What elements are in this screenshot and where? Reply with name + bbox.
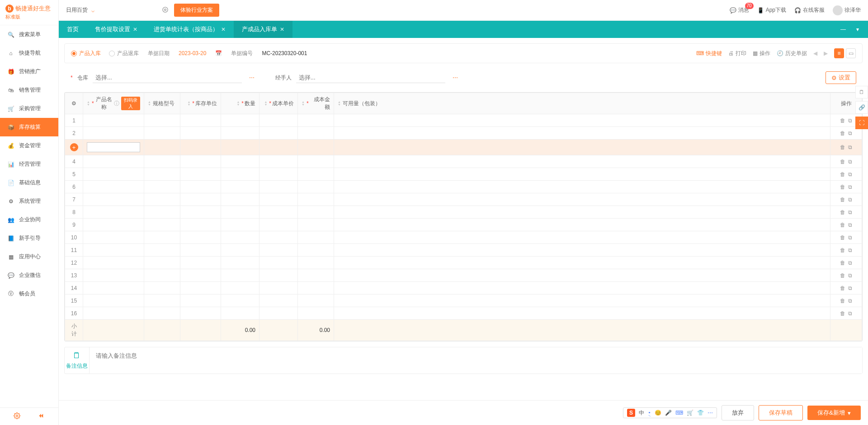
- col-amount-header[interactable]: ▲▼*成本金额: [298, 93, 334, 114]
- trial-button[interactable]: 体验行业方案: [174, 4, 219, 17]
- settings-icon[interactable]: [14, 412, 20, 420]
- messages-link[interactable]: 💬 消息 70: [730, 6, 749, 14]
- table-row[interactable]: 16🗑⧉: [65, 307, 862, 320]
- warehouse-input[interactable]: [93, 72, 242, 83]
- tab-0[interactable]: 首页: [59, 21, 87, 38]
- scan-badge[interactable]: 扫码录入: [121, 97, 140, 110]
- sidebar-item-2[interactable]: 🎁营销推广: [0, 62, 58, 81]
- delete-icon[interactable]: 🗑: [840, 144, 845, 150]
- shortcut-tool[interactable]: ⌨快捷键: [696, 50, 722, 57]
- delete-icon[interactable]: 🗑: [840, 171, 845, 177]
- radio-product-in[interactable]: 产品入库: [71, 50, 101, 57]
- handler-input[interactable]: [296, 72, 445, 83]
- sidebar-item-14[interactable]: Ⓥ畅会员: [0, 285, 58, 303]
- table-row[interactable]: 11🗑⧉: [65, 244, 862, 257]
- dock-expand-button[interactable]: ⛶: [855, 117, 868, 129]
- handler-more-icon[interactable]: ⋯: [450, 75, 461, 81]
- table-row[interactable]: 8🗑⧉: [65, 206, 862, 219]
- sidebar-item-3[interactable]: 🛍销售管理: [0, 81, 58, 99]
- delete-icon[interactable]: 🗑: [840, 247, 845, 253]
- sidebar-item-5[interactable]: 📦库存核算: [0, 118, 58, 136]
- history-tool[interactable]: 🕘历史单据: [777, 50, 807, 57]
- table-row[interactable]: 6🗑⧉: [65, 181, 862, 193]
- table-row[interactable]: 9🗑⧉: [65, 219, 862, 231]
- table-row[interactable]: 5🗑⧉: [65, 168, 862, 181]
- delete-icon[interactable]: 🗑: [840, 117, 845, 124]
- table-row[interactable]: 13🗑⧉: [65, 269, 862, 282]
- sidebar-item-7[interactable]: 📊经营管理: [0, 155, 58, 173]
- col-name-header[interactable]: ▲▼*产品名称ⓘ扫码录入: [83, 93, 144, 114]
- copy-icon[interactable]: ⧉: [848, 130, 852, 136]
- close-icon[interactable]: ✕: [221, 26, 226, 33]
- delete-icon[interactable]: 🗑: [840, 130, 845, 136]
- delete-icon[interactable]: 🗑: [840, 222, 845, 228]
- copy-icon[interactable]: ⧉: [848, 222, 852, 228]
- view-list-button[interactable]: ≡: [834, 48, 844, 58]
- tab-3[interactable]: 产成品入库单✕: [234, 21, 292, 38]
- sidebar-item-8[interactable]: 📄基础信息: [0, 173, 58, 192]
- delete-icon[interactable]: 🗑: [840, 196, 845, 203]
- sidebar-item-12[interactable]: ▦应用中心: [0, 248, 58, 266]
- print-tool[interactable]: 🖨打印: [728, 50, 746, 57]
- delete-icon[interactable]: 🗑: [840, 159, 845, 165]
- close-icon[interactable]: ✕: [280, 26, 284, 33]
- delete-icon[interactable]: 🗑: [840, 209, 845, 215]
- table-row[interactable]: 4🗑⧉: [65, 155, 862, 168]
- radio-product-out[interactable]: 产品退库: [109, 50, 139, 57]
- row-settings-header[interactable]: ⚙: [65, 93, 83, 114]
- tab-1[interactable]: 售价提取设置✕: [87, 21, 146, 38]
- delete-icon[interactable]: 🗑: [840, 310, 845, 317]
- table-row[interactable]: 14🗑⧉: [65, 282, 862, 294]
- copy-icon[interactable]: ⧉: [848, 209, 852, 215]
- sidebar-item-6[interactable]: 💰资金管理: [0, 136, 58, 155]
- copy-icon[interactable]: ⧉: [848, 117, 852, 124]
- delete-icon[interactable]: 🗑: [840, 234, 845, 241]
- tab-minimize-button[interactable]: —: [837, 23, 849, 35]
- next-doc-icon[interactable]: ▶: [824, 50, 828, 56]
- sidebar-item-1[interactable]: ⌂快捷导航: [0, 44, 58, 62]
- sidebar-item-0[interactable]: 🔍搜索菜单: [0, 25, 58, 44]
- sidebar-item-13[interactable]: 💬企业微信: [0, 266, 58, 285]
- col-price-header[interactable]: ▲▼*成本单价: [259, 93, 298, 114]
- table-row[interactable]: 1🗑⧉: [65, 114, 862, 127]
- delete-icon[interactable]: 🗑: [840, 285, 845, 291]
- copy-icon[interactable]: ⧉: [848, 298, 852, 304]
- copy-icon[interactable]: ⧉: [848, 272, 852, 279]
- copy-icon[interactable]: ⧉: [848, 196, 852, 203]
- dock-link-button[interactable]: 🔗: [855, 101, 868, 114]
- sidebar-item-9[interactable]: ⚙系统管理: [0, 192, 58, 210]
- delete-icon[interactable]: 🗑: [840, 298, 845, 304]
- copy-icon[interactable]: ⧉: [848, 285, 852, 291]
- sidebar-item-10[interactable]: 👥企业协同: [0, 210, 58, 229]
- user-menu[interactable]: 徐泽华: [833, 5, 861, 15]
- operations-tool[interactable]: ▦操作: [753, 50, 770, 57]
- add-row-icon[interactable]: +: [70, 143, 78, 151]
- copy-icon[interactable]: ⧉: [848, 234, 852, 241]
- calendar-icon[interactable]: 📅: [215, 50, 222, 56]
- copy-icon[interactable]: ⧉: [848, 260, 852, 266]
- tab-2[interactable]: 进货单统计表（按商品）✕: [146, 21, 234, 38]
- copy-icon[interactable]: ⧉: [848, 159, 852, 165]
- table-row[interactable]: 2🗑⧉: [65, 127, 862, 140]
- copy-icon[interactable]: ⧉: [848, 144, 852, 150]
- copy-icon[interactable]: ⧉: [848, 171, 852, 177]
- product-name-input[interactable]: [87, 142, 140, 152]
- abandon-button[interactable]: 放弃: [722, 405, 754, 420]
- table-row[interactable]: 15🗑⧉: [65, 294, 862, 307]
- save-new-button[interactable]: 保存&新增▾: [807, 406, 861, 420]
- dock-note-button[interactable]: 🗒: [855, 86, 868, 98]
- delete-icon[interactable]: 🗑: [840, 272, 845, 279]
- delete-icon[interactable]: 🗑: [840, 260, 845, 266]
- table-row[interactable]: 12🗑⧉: [65, 257, 862, 269]
- collapse-icon[interactable]: [38, 412, 45, 420]
- col-unit-header[interactable]: ▲▼*库存单位: [180, 93, 221, 114]
- settings-gear-icon[interactable]: [162, 6, 169, 14]
- copy-icon[interactable]: ⧉: [848, 184, 852, 190]
- remark-input[interactable]: [90, 347, 862, 374]
- ime-bar[interactable]: S 中 •ֻ 😊🎤⌨🛒👕⋯: [623, 407, 717, 418]
- copy-icon[interactable]: ⧉: [848, 310, 852, 317]
- warehouse-more-icon[interactable]: ⋯: [246, 75, 257, 81]
- column-settings-button[interactable]: ⚙ 设置: [826, 71, 856, 84]
- prev-doc-icon[interactable]: ◀: [813, 50, 817, 56]
- table-row[interactable]: +🗑⧉: [65, 140, 862, 155]
